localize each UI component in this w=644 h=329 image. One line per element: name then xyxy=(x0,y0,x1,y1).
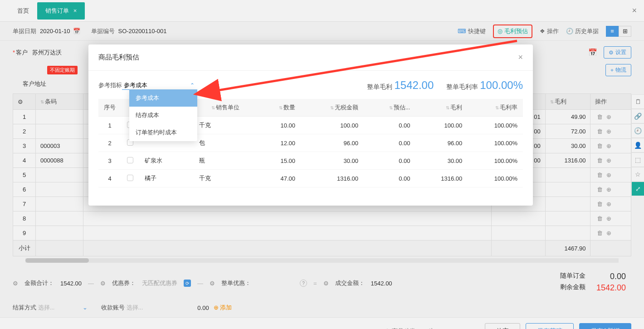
mcol-amount[interactable]: ⇅无税金额 xyxy=(301,99,364,117)
chevron-up-icon[interactable]: ⌃ xyxy=(190,82,195,88)
mrow-check[interactable] xyxy=(121,170,139,187)
mrow-est: 0.00 xyxy=(364,152,416,170)
mrow-index: 1 xyxy=(98,117,121,134)
mrow-amount: 96.00 xyxy=(301,134,364,152)
total-rate-value: 100.00% xyxy=(480,79,523,91)
mrow-unit: 千克 xyxy=(194,170,257,187)
mrow-qty: 15.00 xyxy=(257,152,301,170)
mrow-rate: 100.00% xyxy=(468,152,523,170)
mrow-qty: 12.00 xyxy=(257,134,301,152)
mrow-index: 3 xyxy=(98,152,121,170)
mcol-qty[interactable]: ⇅数量 xyxy=(257,99,301,117)
mcol-unit[interactable]: ⇅销售单位 xyxy=(194,99,257,117)
mrow-name: 矿泉水 xyxy=(139,152,194,170)
mrow-amount: 100.00 xyxy=(301,117,364,134)
mrow-rate: 100.00% xyxy=(468,117,523,134)
mrow-profit: 1316.00 xyxy=(415,170,468,187)
mrow-unit: 千克 xyxy=(194,117,257,134)
total-rate-label: 整单毛利率 xyxy=(446,83,478,90)
total-profit-label: 整单毛利 xyxy=(367,83,392,90)
mcol-rate[interactable]: ⇅毛利率 xyxy=(468,99,523,117)
mrow-est: 0.00 xyxy=(364,134,416,152)
reference-dropdown: 参考成本 结存成本 订单签约时成本 xyxy=(129,89,197,141)
mrow-est: 0.00 xyxy=(364,117,416,134)
mrow-name: 橘子 xyxy=(139,170,194,187)
mrow-check[interactable] xyxy=(121,152,139,170)
dropdown-option-0[interactable]: 参考成本 xyxy=(129,89,197,107)
mrow-qty: 47.00 xyxy=(257,170,301,187)
mrow-rate: 100.00% xyxy=(468,170,523,187)
mrow-unit: 包 xyxy=(194,134,257,152)
modal-close-icon[interactable]: × xyxy=(518,53,523,62)
mcol-index: 序号 xyxy=(98,99,121,117)
reference-label: 参考指标 xyxy=(98,81,122,89)
mcol-profit[interactable]: ⇅毛利 xyxy=(415,99,468,117)
modal-title: 商品毛利预估 xyxy=(98,53,139,62)
mcol-est[interactable]: ⇅预估... xyxy=(364,99,416,117)
mrow-index: 4 xyxy=(98,170,121,187)
mrow-profit: 30.00 xyxy=(415,152,468,170)
total-profit-value: 1542.00 xyxy=(394,79,434,91)
mrow-rate: 100.00% xyxy=(468,134,523,152)
mrow-amount: 30.00 xyxy=(301,152,364,170)
reference-select[interactable] xyxy=(122,81,190,90)
table-row: 4橘子千克47.001316.000.001316.00100.00% xyxy=(98,170,523,187)
mrow-unit: 瓶 xyxy=(194,152,257,170)
table-row: 3矿泉水瓶15.0030.000.0030.00100.00% xyxy=(98,152,523,170)
mrow-index: 2 xyxy=(98,134,121,152)
mrow-profit: 96.00 xyxy=(415,134,468,152)
dropdown-option-2[interactable]: 订单签约时成本 xyxy=(129,124,197,141)
mrow-profit: 100.00 xyxy=(415,117,468,134)
mrow-est: 0.00 xyxy=(364,170,416,187)
dropdown-option-1[interactable]: 结存成本 xyxy=(129,107,197,124)
mrow-amount: 1316.00 xyxy=(301,170,364,187)
mrow-qty: 10.00 xyxy=(257,117,301,134)
